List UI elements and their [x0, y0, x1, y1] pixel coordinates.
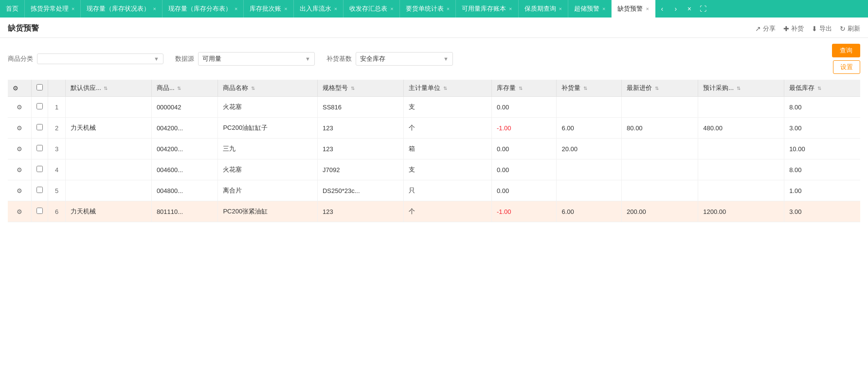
tab-order-stat[interactable]: 要货单统计表 × [400, 0, 456, 18]
row-latest-price [622, 180, 698, 201]
tab-overstock[interactable]: 超储预警 × [568, 0, 612, 18]
row-min-stock: 3.00 [784, 118, 860, 139]
tab-close-inventory-dist[interactable]: × [235, 6, 237, 12]
col-product-code[interactable]: 商品... ⇅ [151, 80, 218, 97]
row-checkbox[interactable] [36, 145, 43, 151]
row-gear-icon[interactable]: ⚙ [13, 142, 26, 156]
row-replenish-qty: 20.00 [557, 139, 622, 159]
tab-shortage[interactable]: 缺货预警 × [612, 0, 655, 18]
tab-close-expiry-query[interactable]: × [559, 6, 562, 12]
row-supplier: 力天机械 [66, 118, 152, 139]
row-product-name: PC200油缸缸子 [218, 118, 318, 139]
tab-close-btn[interactable]: × [683, 0, 696, 18]
tab-abnormal[interactable]: 拣货异常处理 × [25, 0, 81, 18]
tab-inventory-dist[interactable]: 现存量（库存分布表） × [163, 0, 244, 18]
row-product-code: 004200... [151, 139, 218, 159]
col-unit[interactable]: 主计量单位 ⇅ [404, 80, 492, 97]
row-gear-cell: ⚙ [8, 118, 32, 139]
tab-expiry-query[interactable]: 保质期查询 × [519, 0, 568, 18]
refresh-button[interactable]: ↻ 刷新 [840, 24, 860, 33]
col-spec[interactable]: 规格型号 ⇅ [317, 80, 403, 97]
row-replenish-qty: 6.00 [557, 201, 622, 222]
row-unit: 箱 [404, 139, 492, 159]
tab-close-inventory-status[interactable]: × [153, 6, 156, 12]
row-checkbox-cell [32, 180, 48, 201]
row-gear-cell: ⚙ [8, 159, 32, 180]
col-gear[interactable]: ⚙ [8, 80, 32, 97]
tab-close-inout-flow[interactable]: × [334, 6, 337, 12]
row-unit: 个 [404, 118, 492, 139]
tab-close-batch[interactable]: × [284, 6, 287, 12]
share-button[interactable]: ↗ 分享 [755, 24, 776, 33]
tab-avail-ledger[interactable]: 可用量库存账本 × [456, 0, 518, 18]
share-icon: ↗ [755, 25, 761, 33]
export-button[interactable]: ⬇ 导出 [812, 24, 832, 33]
datasource-chevron-icon: ▼ [305, 56, 310, 62]
select-all-checkbox[interactable] [36, 84, 43, 90]
row-gear-cell: ⚙ [8, 180, 32, 201]
row-latest-price: 200.00 [622, 201, 698, 222]
category-filter-group: 商品分类 ▼ [8, 53, 163, 64]
datasource-label: 数据源 [175, 54, 194, 63]
row-replenish-qty [557, 159, 622, 180]
col-product-name[interactable]: 商品名称 ⇅ [218, 80, 318, 97]
row-gear-icon[interactable]: ⚙ [13, 121, 26, 135]
tab-batch[interactable]: 库存批次账 × [244, 0, 293, 18]
tab-close-collect-sum[interactable]: × [390, 6, 393, 12]
tab-close-order-stat[interactable]: × [447, 6, 450, 12]
tab-close-abnormal[interactable]: × [72, 6, 74, 12]
row-gear-icon[interactable]: ⚙ [13, 205, 26, 218]
tab-inventory-status[interactable]: 现存量（库存状况表） × [81, 0, 162, 18]
datasource-value: 可用量 [202, 54, 221, 63]
row-min-stock: 3.00 [784, 201, 860, 222]
tab-close-avail-ledger[interactable]: × [509, 6, 512, 12]
row-product-code: 801110... [151, 201, 218, 222]
replenish-button[interactable]: ✚ 补货 [783, 24, 804, 33]
col-supplier[interactable]: 默认供应... ⇅ [66, 80, 152, 97]
row-checkbox[interactable] [36, 103, 43, 109]
table-wrapper: ⚙ 默认供应... ⇅ 商品... ⇅ 商品名称 [0, 80, 868, 222]
row-product-name: 火花塞 [218, 97, 318, 118]
tab-home[interactable]: 首页 [0, 0, 25, 18]
tab-inout-flow[interactable]: 出入库流水 × [294, 0, 344, 18]
row-gear-icon[interactable]: ⚙ [13, 163, 26, 176]
data-table: ⚙ 默认供应... ⇅ 商品... ⇅ 商品名称 [8, 80, 860, 222]
category-select[interactable]: ▼ [37, 53, 163, 64]
row-product-code: 0000042 [151, 97, 218, 118]
row-gear-icon[interactable]: ⚙ [13, 184, 26, 197]
settings-button[interactable]: 设置 [833, 60, 860, 74]
row-supplier [66, 139, 152, 159]
table-header-row: ⚙ 默认供应... ⇅ 商品... ⇅ 商品名称 [8, 80, 860, 97]
col-replenish-qty[interactable]: 补货量 ⇅ [557, 80, 622, 97]
row-checkbox[interactable] [36, 166, 43, 172]
col-est-purchase[interactable]: 预计采购... ⇅ [698, 80, 784, 97]
tab-close-shortage[interactable]: × [646, 6, 649, 12]
row-supplier [66, 159, 152, 180]
row-checkbox[interactable] [36, 208, 43, 214]
sort-est-purchase-icon: ⇅ [737, 86, 741, 91]
col-latest-price[interactable]: 最新进价 ⇅ [622, 80, 698, 97]
tab-collect-sum[interactable]: 收发存汇总表 × [344, 0, 399, 18]
query-button[interactable]: 查询 [832, 44, 860, 57]
row-gear-cell: ⚙ [8, 97, 32, 118]
row-checkbox[interactable] [36, 187, 43, 193]
row-gear-icon[interactable]: ⚙ [13, 100, 26, 114]
tab-close-overstock[interactable]: × [602, 6, 605, 12]
replenish-basis-select[interactable]: 安全库存 ▼ [356, 52, 453, 66]
tab-fullscreen-btn[interactable]: ⛶ [696, 0, 710, 18]
datasource-select[interactable]: 可用量 ▼ [198, 52, 315, 66]
col-stock[interactable]: 库存量 ⇅ [491, 80, 557, 97]
col-min-stock[interactable]: 最低库存 ⇅ [784, 80, 860, 97]
table-row: ⚙ 1 0000042 火花塞 SS816 支 0.00 8.00 [8, 97, 860, 118]
row-spec: 123 [317, 201, 403, 222]
row-est-purchase: 1200.00 [698, 201, 784, 222]
tab-nav-prev[interactable]: ‹ [655, 0, 669, 18]
row-spec: J7092 [317, 159, 403, 180]
page-header: 缺货预警 ↗ 分享 ✚ 补货 ⬇ 导出 ↻ 刷新 [0, 18, 868, 38]
row-product-code: 004600... [151, 159, 218, 180]
row-checkbox[interactable] [36, 124, 43, 130]
sort-stock-icon: ⇅ [519, 86, 523, 91]
row-product-code: 004800... [151, 180, 218, 201]
col-checkbox [32, 80, 48, 97]
tab-nav-next[interactable]: › [669, 0, 683, 18]
